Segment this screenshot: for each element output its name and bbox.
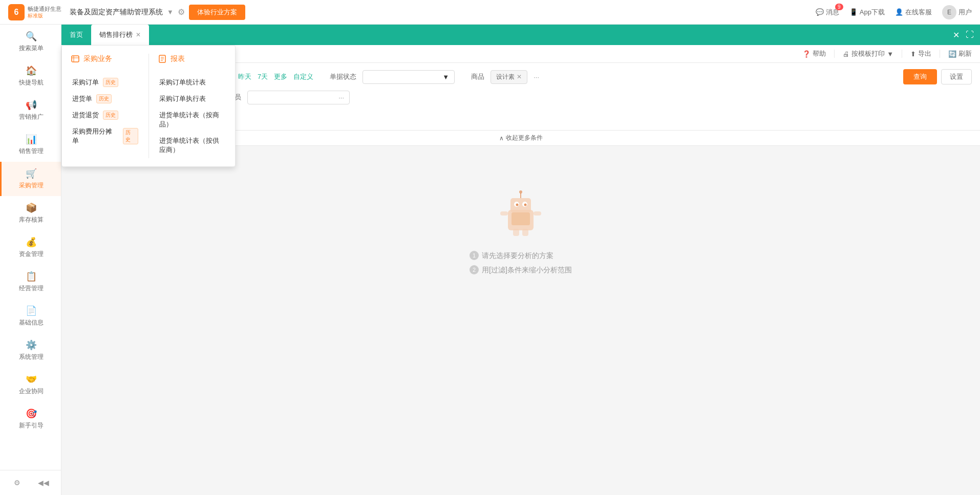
menu-item-stock-in-label: 进货单: [72, 94, 92, 103]
report-section: 报表 采购订单统计表 采购订单执行表 进货单统计表（按商品） 进货单统计表（按供…: [157, 54, 227, 158]
menu-item-purchase-order-exec[interactable]: 采购订单执行表: [157, 91, 227, 107]
report-section-icon: [157, 54, 167, 64]
menu-item-stock-return-label: 进货退货: [72, 111, 99, 120]
purchase-order-history-badge: 历史: [103, 78, 118, 87]
purchase-section: 采购业务 采购订单 历史 进货单 历史 进货退货 历史 采购费用分摊单 历史: [70, 54, 140, 158]
menu-item-stock-return[interactable]: 进货退货 历史: [70, 107, 140, 123]
purchase-dropdown-menu: 采购业务 采购订单 历史 进货单 历史 进货退货 历史 采购费用分摊单 历史: [61, 45, 236, 167]
menu-item-stock-stat-goods[interactable]: 进货单统计表（按商品）: [157, 107, 227, 133]
menu-item-purchase-order-exec-label: 采购订单执行表: [159, 94, 206, 103]
menu-item-purchase-order-label: 采购订单: [72, 78, 99, 87]
menu-item-purchase-order-stat-label: 采购订单统计表: [159, 78, 206, 87]
stock-return-history-badge: 历史: [103, 111, 118, 120]
menu-item-stock-stat-goods-label: 进货单统计表（按商品）: [159, 111, 225, 129]
menu-divider: [148, 54, 149, 158]
purchase-expense-history-badge: 历史: [123, 128, 138, 144]
menu-item-stock-stat-supplier[interactable]: 进货单统计表（按供应商）: [157, 133, 227, 158]
purchase-section-label: 采购业务: [83, 54, 112, 63]
menu-item-purchase-order-stat[interactable]: 采购订单统计表: [157, 74, 227, 91]
report-section-title: 报表: [157, 54, 227, 68]
purchase-section-title: 采购业务: [70, 54, 140, 68]
menu-item-purchase-expense[interactable]: 采购费用分摊单 历史: [70, 123, 140, 149]
purchase-section-icon: [70, 54, 80, 64]
menu-item-purchase-order[interactable]: 采购订单 历史: [70, 74, 140, 91]
report-section-label: 报表: [171, 54, 185, 63]
menu-item-purchase-expense-label: 采购费用分摊单: [72, 127, 119, 145]
svg-rect-13: [72, 56, 79, 62]
stock-in-history-badge: 历史: [96, 94, 112, 103]
menu-item-stock-stat-supplier-label: 进货单统计表（按供应商）: [159, 136, 225, 155]
menu-item-stock-in[interactable]: 进货单 历史: [70, 91, 140, 107]
